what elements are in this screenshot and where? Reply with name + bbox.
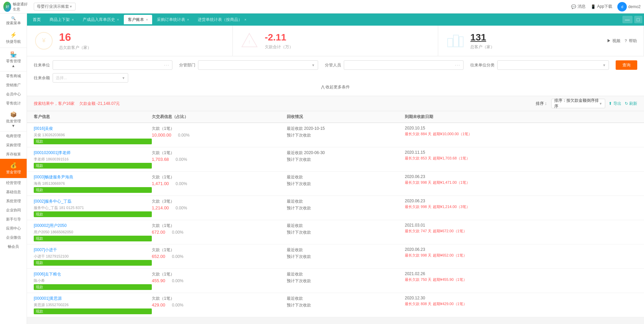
customer-contact-5: 小进干 18279152100 [34,254,152,259]
stat-total-customers: 131 总客户（家） ▶ 视频 ？ 帮助 [438,26,644,56]
filter-source-unit: 往来单位 ··· [34,60,172,70]
message-btn[interactable]: 💬 消息 [571,4,586,9]
person-input[interactable]: ··· [344,60,464,70]
tab-maximize-btn[interactable]: □ [634,16,642,23]
unit-category-select[interactable]: ▼ [497,60,609,70]
tab-purchase-stats[interactable]: 进货单统计表（按商品） × [194,15,250,24]
unit-category-chevron-icon: ▼ [603,63,606,67]
main-content: 首页 商品上下架 × 产成品入库单历史 × 客户账本 × 采购订单统计表 × 进… [27,13,644,324]
overdue-amount-6[interactable]: 超期¥455.90（1笔） [433,277,467,282]
sidebar-item-ecommerce[interactable]: 电商管理 [0,131,27,141]
filter-dept: 分管部门 ▼ [179,60,318,70]
customer-info-6: [0006]去下粮仓 陈小希 现款 [34,271,152,290]
store-selector[interactable]: 母婴行业演示账套 ▼ [34,3,76,10]
customer-name-5[interactable]: [0007]小进干 [34,247,152,253]
customer-tag-0: 现款 [34,139,152,144]
customer-name-0[interactable]: [0016]吴俊 [34,126,152,131]
customer-name-6[interactable]: [0006]去下粮仓 [34,271,152,277]
overdue-days-3: 最长欠款 998 天 [405,205,431,209]
tab-home[interactable]: 首页 [29,15,45,24]
overdue-amount-3[interactable]: 超期¥1,214.00（3笔） [433,205,470,209]
customer-tag-2: 现款 [34,187,152,193]
search-button[interactable]: 查询 [616,60,637,70]
sidebar-item-app-center[interactable]: 应用中心 [0,224,27,233]
debt-info-5: 欠款（1笔） 652.00 0.00% [152,247,287,259]
store-name: 母婴行业演示账套 [37,4,69,9]
svg-rect-6 [459,37,463,47]
balance-chevron-icon: ▼ [122,76,125,80]
source-unit-input[interactable]: ··· [53,60,172,70]
customer-contact-0: 吴俊 13026203696 [34,132,152,138]
tab-close-icon[interactable]: × [72,18,74,22]
tab-product-history[interactable]: 产成品入库单历史 × [79,15,123,24]
tab-customer-account[interactable]: 客户账本 × [124,15,152,24]
sidebar-item-purchase[interactable]: 采购管理 [0,141,27,150]
refresh-btn[interactable]: ↻ 刷新 [625,101,637,107]
sidebar-item-vip[interactable]: 畅会员 [0,242,27,251]
sidebar-item-quick-nav[interactable]: ⚡ 快捷导航 [0,28,27,48]
customer-name-3[interactable]: [0002]服务中心_丁磊 [34,199,152,204]
tab-close-icon[interactable]: × [187,18,189,22]
stat-debt-number: 16 [59,31,91,43]
dept-select[interactable]: ▼ [198,60,318,70]
sidebar-item-inventory[interactable]: 库存核算 [0,150,27,159]
overdue-amount-7[interactable]: 超期¥429.00（1笔） [433,302,467,306]
sidebar-item-system[interactable]: 系统管理 [0,197,27,206]
sidebar-item-basic-info[interactable]: 基础信息 [0,187,27,197]
overdue-amount-1[interactable]: 超期¥1,703.68（1笔） [433,156,470,160]
tab-minimize-btn[interactable]: — [622,16,633,23]
overdue-info-2: 2020.06.23 最长欠款 998 天 超期¥1,471.00（1笔） [405,174,637,185]
customer-info-0: [0016]吴俊 吴俊 13026203696 现款 [34,126,152,144]
debt-ratio-0: 0.00% [178,133,190,138]
svg-rect-5 [453,35,458,47]
video-icon: ▶ [607,38,611,43]
svg-rect-4 [448,38,453,47]
debt-info-1: 欠款（1笔） 1,703.68 0.00% [152,150,287,162]
sidebar-item-new-guide[interactable]: 新手引导 [0,215,27,224]
sidebar-item-retail-mall[interactable]: 零售商城 [0,71,27,81]
tab-close-icon[interactable]: × [244,18,246,22]
sidebar-item-retail-stats[interactable]: 零售统计 [0,99,27,108]
person-label: 分管人员 [325,62,341,68]
tab-close-icon[interactable]: × [117,18,119,22]
overdue-amount-0[interactable]: 超期¥10,000.00（1笔） [433,132,472,136]
tab-product-shelf[interactable]: 商品上下架 × [46,15,78,24]
sidebar-item-batch-mgmt[interactable]: 📦 批发管理 ▼ [0,108,27,131]
customer-name-4[interactable]: [000002]用户2050 [34,223,152,229]
video-btn[interactable]: ▶ 视频 [607,38,620,44]
collapse-btn[interactable]: ⋀ 收起更多条件 [34,83,637,92]
customer-info-7: [000001]黄思源 黄思源 13552700226 现款 [34,296,152,314]
finance-icon: 💰 [10,162,17,169]
sidebar-item-enterprise-coop[interactable]: 企业协同 [0,206,27,215]
sidebar-item-operation[interactable]: 经营管理 [0,178,27,187]
tab-close-icon[interactable]: × [146,18,148,22]
customer-contact-7: 黄思源 13552700226 [34,302,152,307]
balance-select[interactable]: 选择... ▼ [53,73,128,83]
collapse-icon: ⋀ [321,85,325,89]
sidebar-item-marketing[interactable]: 营销推广 [0,81,27,90]
customer-name-7[interactable]: [000001]黄思源 [34,296,152,301]
customer-name-1[interactable]: [0001020001]李老师 [34,150,152,156]
search-menu-btn[interactable]: 🔍 搜索菜单 [0,13,27,28]
logo-area: 好 畅捷通好生意 [3,2,30,12]
sidebar-item-enterprise-wechat[interactable]: 企业微信 [0,233,27,242]
sidebar-item-member[interactable]: 会员中心 [0,90,27,99]
export-btn[interactable]: ⬆ 导出 [609,101,621,107]
tab-purchase-order[interactable]: 采购订单统计表 × [153,15,193,24]
stat-debt-amount: ! -2.11 欠款合计（万） [233,26,439,56]
overdue-days-5: 最长欠款 998 天 [405,253,431,257]
sort-select[interactable]: 排序：按欠款金额倒序排序 ▼ [551,99,605,108]
customer-name-2[interactable]: [0003]畅捷服务尹海燕 [34,174,152,180]
sidebar-item-finance[interactable]: 💰 资金管理 [0,159,27,178]
debt-ratio-7: 0.00% [172,303,184,307]
balance-label: 往来余额 [34,75,50,81]
help-btn[interactable]: ？ 帮助 [624,38,637,44]
overdue-amount-2[interactable]: 超期¥1,471.00（1笔） [433,180,470,184]
filter-balance: 往来余额 选择... ▼ [34,73,128,83]
overdue-amount-5[interactable]: 超期¥652.00（1笔） [433,253,467,257]
app-download-btn[interactable]: 📱 App下载 [591,4,612,9]
debt-amount-3: 1,214.00 [152,205,169,210]
user-profile[interactable]: d demo2 [617,2,641,11]
sidebar-item-retail-mgmt[interactable]: 🏪 零售管理 ▲ [0,48,27,71]
overdue-amount-4[interactable]: 超期¥672.00（1笔） [433,229,467,233]
